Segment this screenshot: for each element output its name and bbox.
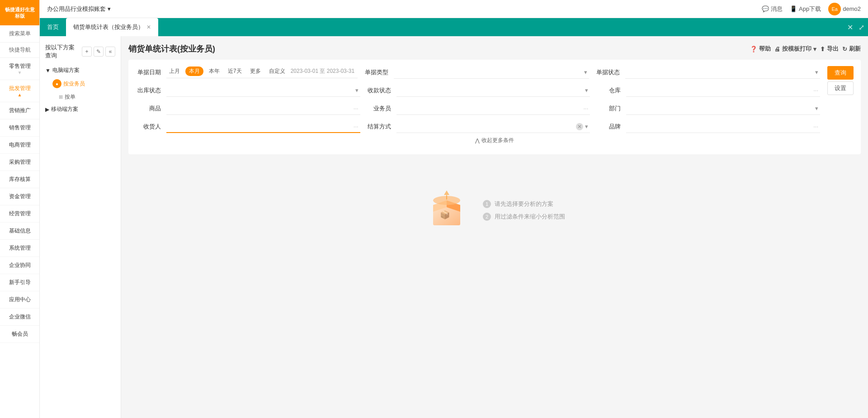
goods-field[interactable]: ··· (166, 102, 360, 115)
settlement-clear-icon[interactable]: ✕ (576, 123, 583, 130)
scheme-sub-item-order[interactable]: ⊞ 按单 (40, 91, 121, 103)
filter-row-4: 收货人 ··· 结算方式 ✕ ▾ 品牌 (136, 120, 820, 133)
account-selector[interactable]: 办公用品行业模拟账套 ▾ (47, 5, 111, 13)
settlement-field[interactable]: ✕ ▾ (396, 120, 590, 133)
set-button[interactable]: 设置 (827, 81, 854, 95)
scheme-panel-title: 按以下方案查询 (45, 43, 79, 60)
sidebar-item-finance[interactable]: 资金管理 (0, 188, 39, 205)
empty-illustration: 📦 (424, 187, 469, 233)
filter-row-3: 商品 ··· 业务员 ··· 部门 (136, 102, 820, 115)
wholesale-arrow: ▲ (2, 92, 38, 97)
sidebar-item-inventory[interactable]: 库存核算 (0, 171, 39, 188)
sidebar-item-newbie[interactable]: 新手引导 (0, 274, 39, 291)
export-label: 导出 (827, 45, 839, 53)
collect-status-arrow-icon: ▾ (585, 87, 588, 94)
refresh-icon: ↻ (842, 46, 847, 52)
sidebar-item-wechat[interactable]: 企业微信 (0, 309, 39, 326)
sidebar-search[interactable]: 搜索菜单 (0, 25, 39, 43)
refresh-button[interactable]: ↻ 刷新 (842, 45, 861, 53)
sidebar-item-retail[interactable]: 零售管理 ▼ (0, 58, 39, 80)
app-download-button[interactable]: 📱 App下载 (790, 5, 821, 13)
wholesale-label: 批发管理 (2, 85, 38, 92)
sidebar-item-basic[interactable]: 基础信息 (0, 223, 39, 240)
sidebar-item-marketing[interactable]: 营销推广 (0, 102, 39, 119)
basic-label: 基础信息 (2, 227, 38, 235)
purchase-label: 采购管理 (2, 158, 38, 166)
dropdown-arrow-icon: ▾ (108, 5, 111, 12)
filter-row-2: 出库状态 ▾ 收款状态 ▾ 仓库 (136, 84, 820, 97)
member-label: 畅会员 (2, 330, 38, 338)
home-tab-label: 首页 (47, 23, 59, 31)
inventory-label: 库存核算 (2, 176, 38, 183)
warehouse-field[interactable]: ··· (626, 84, 820, 97)
left-panel: 按以下方案查询 + ✎ « ▼ 电脑端方案 ● 按业务员 ⊞ 按单 (40, 36, 121, 418)
page-title-row: 销货单统计表(按业务员) ❓ 帮助 🖨 按模板打印 ▾ ⬆ 导出 (128, 43, 861, 54)
app-label: App下载 (799, 5, 821, 13)
export-button[interactable]: ⬆ 导出 (820, 45, 839, 53)
tab-home[interactable]: 首页 (40, 18, 66, 36)
sidebar-quick-nav[interactable]: 快捷导航 (0, 43, 39, 58)
message-icon: 💬 (762, 5, 769, 12)
refresh-label: 刷新 (849, 45, 861, 53)
window-close-icon[interactable]: ✕ ⤢ (844, 23, 868, 32)
date-option-this-year[interactable]: 本年 (206, 66, 222, 76)
date-option-7days[interactable]: 近7天 (225, 66, 245, 76)
receiver-field[interactable]: ··· (166, 120, 360, 133)
scheme-panel-header: 按以下方案查询 + ✎ « (40, 41, 121, 62)
salesperson-label: 业务员 (366, 104, 391, 113)
date-option-more[interactable]: 更多 (247, 66, 264, 76)
sidebar-item-appstore[interactable]: 应用中心 (0, 291, 39, 309)
sidebar-item-enterprise[interactable]: 企业协同 (0, 257, 39, 274)
sidebar-item-system[interactable]: 系统管理 (0, 240, 39, 257)
date-option-last-month[interactable]: 上月 (166, 66, 183, 76)
date-option-this-month[interactable]: 本月 (185, 66, 203, 76)
sidebar-item-operations[interactable]: 经营管理 (0, 205, 39, 223)
retail-arrow: ▼ (2, 70, 38, 75)
add-scheme-icon[interactable]: + (82, 47, 92, 57)
sidebar-item-purchase[interactable]: 采购管理 (0, 154, 39, 171)
tab-close-icon[interactable]: ✕ (146, 24, 151, 30)
brand-field[interactable]: ··· (626, 120, 820, 133)
goods-label: 商品 (136, 104, 161, 113)
doc-status-field[interactable]: ▾ (625, 66, 820, 79)
scheme-panel-icons: + ✎ « (82, 47, 115, 57)
collapse-button[interactable]: ⋀ 收起更多条件 (136, 133, 854, 148)
message-label: 消息 (771, 5, 783, 13)
topbar-right: 💬 消息 📱 App下载 Ea demo2 (762, 3, 861, 15)
doc-type-field[interactable]: ▾ (394, 66, 589, 79)
sidebar-item-sales[interactable]: 销售管理 (0, 119, 39, 137)
mobile-scheme-group[interactable]: ▶ 移动端方案 (40, 103, 121, 115)
date-filter-field: 上月 本月 本年 近7天 更多 自定义 2023-03-01 至 2023-03… (166, 66, 358, 78)
collapse-label: 收起更多条件 (481, 137, 514, 144)
template-print-button[interactable]: 🖨 按模板打印 ▾ (774, 45, 816, 53)
app-logo: 畅捷通好生意 标版 (0, 0, 39, 25)
scheme-item-salesperson[interactable]: ● 按业务员 (40, 76, 121, 91)
export-icon: ⬆ (820, 46, 825, 52)
salesperson-field[interactable]: ··· (396, 102, 590, 115)
user-profile[interactable]: Ea demo2 (828, 3, 861, 15)
sidebar-item-wholesale[interactable]: 批发管理 ▲ (0, 80, 39, 102)
collapse-chevron-icon: ⋀ (475, 138, 480, 144)
date-option-custom[interactable]: 自定义 (266, 66, 288, 76)
out-status-field[interactable]: ▾ (166, 84, 360, 97)
doc-type-arrow-icon: ▾ (584, 69, 587, 76)
maximize-icon[interactable]: ⤢ (859, 24, 864, 31)
collapse-panel-icon[interactable]: « (105, 47, 115, 57)
sidebar-item-member[interactable]: 畅会员 (0, 326, 39, 343)
close-window-icon[interactable]: ✕ (847, 24, 853, 31)
receiver-label: 收货人 (136, 123, 161, 131)
sales-label: 销售管理 (2, 124, 38, 132)
mobile-scheme-arrow: ▶ (45, 106, 49, 113)
query-button[interactable]: 查询 (827, 66, 854, 80)
account-name: 办公用品行业模拟账套 (47, 5, 106, 13)
collect-status-field[interactable]: ▾ (396, 84, 590, 97)
edit-scheme-icon[interactable]: ✎ (94, 47, 104, 57)
tab-sales-stat[interactable]: 销货单统计表（按业务员） ✕ (66, 18, 158, 36)
empty-tip-1: 1 请先选择要分析的方案 (483, 200, 565, 208)
help-button[interactable]: ❓ 帮助 (750, 45, 771, 53)
desktop-scheme-group: ▼ 电脑端方案 ● 按业务员 ⊞ 按单 (40, 64, 121, 103)
desktop-scheme-title[interactable]: ▼ 电脑端方案 (40, 64, 121, 76)
dept-field[interactable]: ▾ (626, 102, 820, 115)
sidebar-item-ecommerce[interactable]: 电商管理 (0, 137, 39, 154)
message-button[interactable]: 💬 消息 (762, 5, 783, 13)
